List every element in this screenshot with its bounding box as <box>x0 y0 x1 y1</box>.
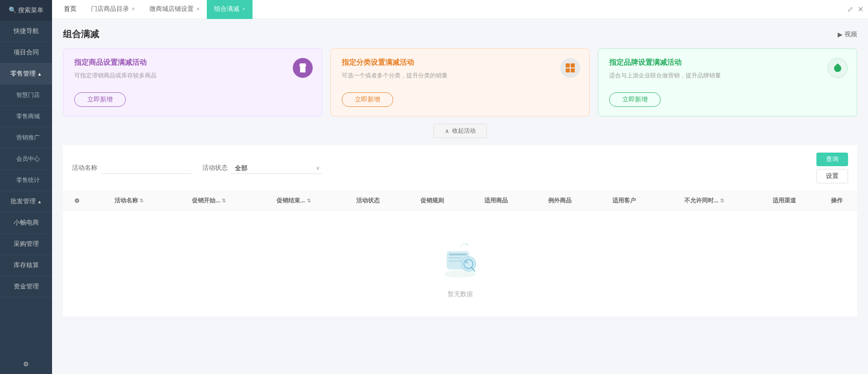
settings-button[interactable]: 设置 <box>816 169 848 183</box>
activity-name-label: 活动名称 <box>72 164 97 172</box>
page-title: 组合满减 <box>63 28 99 40</box>
video-link[interactable]: ▶ 视频 <box>838 30 857 38</box>
svg-rect-4 <box>566 68 570 72</box>
col-promo-start[interactable]: 促销开始... ⇅ <box>167 191 251 211</box>
tab-close-icon[interactable]: × <box>242 6 245 12</box>
tab-close-icon[interactable]: × <box>196 6 200 12</box>
promo-card-brand-promo: 指定品牌设置满减活动 适合与上游企业联合做营销，提升品牌销量 立即新增 <box>598 48 857 116</box>
sidebar-item-label: 批发管理 <box>10 197 36 206</box>
promo-card-product-promo: 指定商品设置满减活动 可指定滞销商品或库存较多商品 立即新增 <box>63 48 322 116</box>
svg-rect-8 <box>449 254 467 255</box>
collapse-button[interactable]: ∧ 收起活动 <box>434 124 487 138</box>
card-icon <box>293 58 313 78</box>
svg-rect-3 <box>571 63 575 67</box>
col-activity-name[interactable]: 活动名称 ⇅ <box>91 191 167 211</box>
tab-home[interactable]: 首页 <box>57 0 84 19</box>
sidebar-item-label: 小畅电商 <box>14 219 39 226</box>
svg-point-6 <box>444 270 476 278</box>
sidebar-item-inventory-calc[interactable]: 库存核算 <box>0 255 52 276</box>
tab-label: 微商城店铺设置 <box>149 5 194 13</box>
sidebar-item-label: 库存核算 <box>14 261 39 269</box>
video-label: 视频 <box>844 30 857 38</box>
svg-rect-9 <box>449 257 463 259</box>
card-title: 指定分类设置满减活动 <box>342 58 578 67</box>
card-icon <box>828 58 848 78</box>
svg-rect-5 <box>571 68 575 72</box>
sidebar-item-smart-store[interactable]: 智慧门店 <box>0 85 52 106</box>
sidebar-item-wholesale-mgmt[interactable]: 批发管理▲ <box>0 191 52 212</box>
sidebar-item-retail-stats[interactable]: 零售统计 <box>0 170 52 191</box>
col-promo-rules: 促销规则 <box>400 191 464 211</box>
sidebar-footer-gear[interactable]: ⚙ <box>0 354 52 374</box>
col-promo-end[interactable]: 促销结束... ⇅ <box>251 191 336 211</box>
empty-state: 暂无数据 <box>63 211 857 316</box>
svg-rect-2 <box>566 63 570 67</box>
sidebar-item-label: 零售商城 <box>16 113 40 120</box>
card-title: 指定商品设置满减活动 <box>74 58 311 67</box>
promo-cards-row: 指定商品设置满减活动 可指定滞销商品或库存较多商品 立即新增 指定分类设置满减活… <box>63 48 857 116</box>
col-gear: ⚙ <box>63 191 91 211</box>
sidebar-item-project-contract[interactable]: 项目合同 <box>0 42 52 63</box>
col-applicable-channel: 适用渠道 <box>752 191 816 211</box>
tab-combo-discount[interactable]: 组合满减× <box>207 0 253 19</box>
gear-icon[interactable]: ⚙ <box>74 197 80 204</box>
sidebar-item-marketing[interactable]: 营销推广 <box>0 127 52 149</box>
sidebar-item-retail-mall[interactable]: 零售商城 <box>0 106 52 127</box>
add-btn-brand-promo[interactable]: 立即新增 <box>609 92 661 107</box>
empty-text: 暂无数据 <box>448 290 473 298</box>
play-icon: ▶ <box>838 31 843 38</box>
sidebar-search[interactable]: 🔍 搜索菜单 <box>0 0 52 21</box>
sort-icon: ⇅ <box>307 198 311 203</box>
tab-close-icon[interactable]: × <box>132 6 135 12</box>
sort-icon: ⇅ <box>720 198 724 203</box>
data-table: ⚙活动名称 ⇅促销开始... ⇅促销结束... ⇅活动状态促销规则适用商品例外商… <box>63 191 857 211</box>
tabs-bar: 首页门店商品目录×微商城店铺设置×组合满减× ⤢ ✕ <box>52 0 868 19</box>
add-btn-product-promo[interactable]: 立即新增 <box>74 92 126 107</box>
tab-label: 首页 <box>64 5 76 13</box>
activity-name-filter: 活动名称 <box>72 163 191 174</box>
resize-icon[interactable]: ⤢ <box>847 5 853 14</box>
tab-label: 组合满减 <box>214 5 239 13</box>
tab-label: 门店商品目录 <box>91 5 129 13</box>
sidebar-item-label: 智慧门店 <box>16 91 40 98</box>
sidebar: 🔍 搜索菜单 快捷导航项目合同零售管理▲智慧门店零售商城营销推广会员中心零售统计… <box>0 0 52 374</box>
card-desc: 可指定滞销商品或库存较多商品 <box>74 71 311 80</box>
sidebar-item-quick-nav[interactable]: 快捷导航 <box>0 21 52 42</box>
svg-point-15 <box>466 244 468 245</box>
activity-status-filter: 活动状态 全部进行中未开始已结束 ∨ <box>202 163 322 174</box>
sidebar-item-funds-mgmt[interactable]: 资金管理 <box>0 276 52 297</box>
sidebar-item-purchase-mgmt[interactable]: 采购管理 <box>0 234 52 255</box>
sidebar-item-label: 资金管理 <box>14 283 39 290</box>
card-title: 指定品牌设置满减活动 <box>609 58 846 67</box>
arrow-icon: ▲ <box>38 199 42 204</box>
gear-icon: ⚙ <box>23 360 29 368</box>
svg-point-0 <box>300 68 302 70</box>
sidebar-search-label: 搜索菜单 <box>18 6 43 14</box>
promo-card-category-promo: 指定分类设置满减活动 可选一个或者多个分类，提升分类的销量 立即新增 <box>330 48 590 116</box>
sidebar-item-xiaochange[interactable]: 小畅电商 <box>0 212 52 234</box>
collapse-bar: ∧ 收起活动 <box>63 124 857 138</box>
tab-store-catalog[interactable]: 门店商品目录× <box>84 0 142 19</box>
tab-wechat-store[interactable]: 微商城店铺设置× <box>142 0 207 19</box>
sidebar-item-label: 快捷导航 <box>14 27 39 34</box>
filter-actions: 查询 设置 <box>816 153 848 183</box>
card-icon <box>560 58 580 78</box>
sidebar-item-label: 采购管理 <box>14 240 39 247</box>
sort-icon: ⇅ <box>139 198 143 203</box>
card-desc: 适合与上游企业联合做营销，提升品牌销量 <box>609 71 846 80</box>
col-operation: 操作 <box>816 191 857 211</box>
sidebar-item-member-center[interactable]: 会员中心 <box>0 149 52 170</box>
col-applicable-goods: 适用商品 <box>464 191 528 211</box>
activity-name-input[interactable] <box>101 163 191 174</box>
activity-status-select[interactable]: 全部进行中未开始已结束 <box>231 163 322 174</box>
sidebar-item-retail-mgmt[interactable]: 零售管理▲ <box>0 63 52 85</box>
close-window-icon[interactable]: ✕ <box>858 5 863 14</box>
card-desc: 可选一个或者多个分类，提升分类的销量 <box>342 71 578 80</box>
col-not-allow-concurrent[interactable]: 不允许同时... ⇅ <box>656 191 752 211</box>
query-button[interactable]: 查询 <box>816 153 848 166</box>
activity-status-select-wrapper: 全部进行中未开始已结束 ∨ <box>231 163 322 174</box>
add-btn-category-promo[interactable]: 立即新增 <box>342 92 393 107</box>
svg-point-14 <box>465 261 468 264</box>
empty-illustration <box>438 238 483 283</box>
page-content: 组合满减 ▶ 视频 指定商品设置满减活动 可指定滞销商品或库存较多商品 立即新增… <box>52 19 868 374</box>
